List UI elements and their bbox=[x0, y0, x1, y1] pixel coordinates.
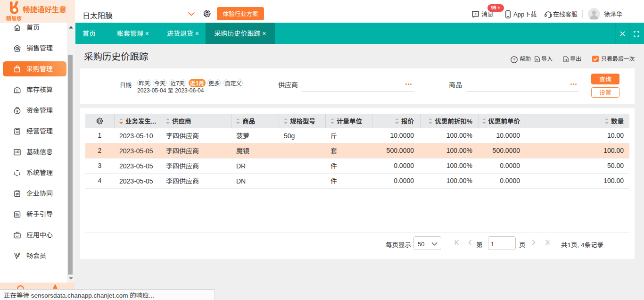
svg-text:?: ? bbox=[513, 57, 515, 62]
svg-text:新: 新 bbox=[15, 211, 19, 217]
svg-text:$: $ bbox=[17, 47, 18, 50]
